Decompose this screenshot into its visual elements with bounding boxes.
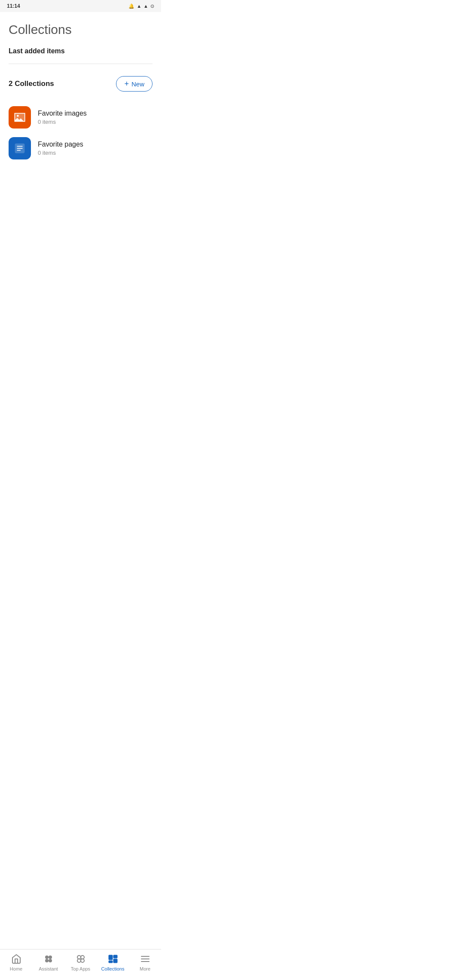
favorite-pages-info: Favorite pages 0 items [38,141,153,156]
status-time: 11:14 [7,3,20,9]
collection-item-favorite-pages[interactable]: Favorite pages 0 items [9,133,153,164]
collections-count: 2 Collections [9,80,54,88]
divider [9,64,153,64]
page-title: Collections [9,22,153,37]
favorite-images-icon [9,106,31,129]
favorite-pages-name: Favorite pages [38,141,153,148]
favorite-images-count: 0 items [38,119,153,125]
collection-item-favorite-images[interactable]: Favorite images 0 items [9,102,153,133]
svg-point-1 [17,115,19,117]
favorite-images-name: Favorite images [38,110,153,117]
favorite-pages-icon [9,137,31,159]
battery-icon: ⊙ [150,3,154,9]
new-collection-button[interactable]: + New [116,76,153,92]
collections-row: 2 Collections + New [9,76,153,92]
wifi-icon: ▲ [137,3,141,9]
last-added-section: Last added items [9,47,153,55]
plus-icon: + [124,80,129,88]
status-bar: 11:14 🔔 ▲ ▲ ⊙ [0,0,161,12]
collections-list: Favorite images 0 items Favorite pages 0… [9,102,153,164]
favorite-pages-count: 0 items [38,150,153,156]
notification-icon: 🔔 [128,3,134,9]
signal-icon: ▲ [143,3,148,9]
main-content: Collections Last added items 2 Collectio… [0,12,161,198]
favorite-images-info: Favorite images 0 items [38,110,153,125]
status-icons: 🔔 ▲ ▲ ⊙ [128,3,154,9]
new-button-label: New [131,80,144,88]
